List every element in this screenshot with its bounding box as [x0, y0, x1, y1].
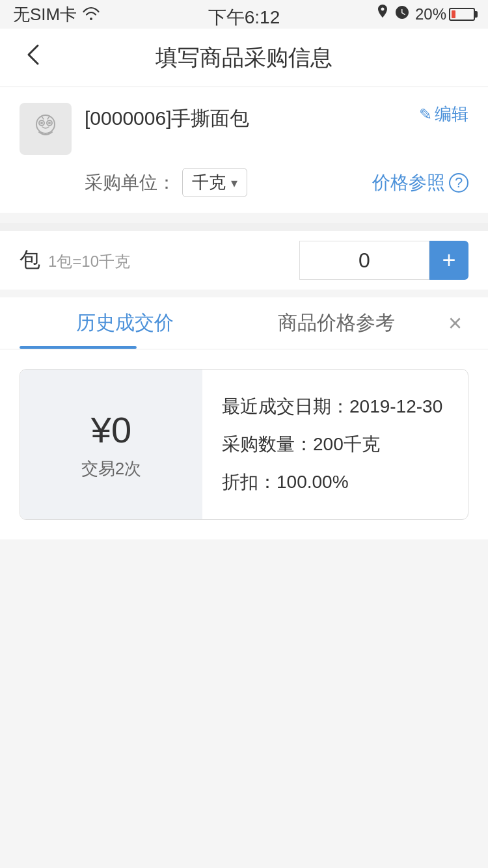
tab-bar: 历史成交价 商品价格参考 × — [0, 297, 488, 349]
quantity-plus-button[interactable]: + — [429, 241, 468, 280]
help-icon: ? — [449, 173, 468, 193]
alarm-icon — [394, 5, 410, 24]
edit-button[interactable]: ✎ 编辑 — [419, 103, 468, 126]
currency-symbol: ¥ — [91, 409, 111, 450]
product-info: [0000006]手撕面包 — [20, 103, 249, 155]
discount-row: 折扣：100.00% — [222, 468, 448, 496]
tab-close-button[interactable]: × — [442, 303, 468, 344]
history-content: ¥0 交易2次 最近成交日期：2019-12-30 采购数量：200千克 折扣：… — [0, 349, 488, 539]
section-divider — [0, 223, 488, 231]
battery-icon — [449, 8, 475, 21]
price-ref-label: 价格参照 — [372, 170, 445, 195]
page-title: 填写商品采购信息 — [156, 43, 332, 73]
quantity-controls: + — [299, 241, 468, 280]
back-button[interactable] — [20, 36, 47, 79]
purchase-qty-row: 采购数量：200千克 — [222, 431, 448, 458]
price-card: ¥0 交易2次 最近成交日期：2019-12-30 采购数量：200千克 折扣：… — [20, 369, 468, 520]
quantity-unit: 包 — [20, 246, 40, 275]
price-amount: ¥0 — [91, 409, 131, 451]
main-background — [0, 539, 488, 865]
recent-date-value: 2019-12-30 — [349, 396, 442, 416]
status-left: 无SIM卡 — [13, 3, 100, 26]
quantity-row: 包 1包=10千克 + — [0, 231, 488, 290]
svg-point-3 — [40, 122, 43, 124]
tab-price-reference[interactable]: 商品价格参考 — [230, 297, 441, 349]
tab-history-price[interactable]: 历史成交价 — [20, 297, 230, 349]
product-card: [0000006]手撕面包 ✎ 编辑 采购单位： 千克 ▾ 价格参照 ? — [0, 87, 488, 213]
nav-bar: 填写商品采购信息 — [0, 29, 488, 87]
wifi-icon — [82, 5, 100, 25]
quantity-label: 包 1包=10千克 — [20, 246, 130, 275]
edit-icon: ✎ — [419, 105, 432, 124]
product-image-placeholder — [29, 110, 62, 148]
price-value: 0 — [111, 409, 131, 450]
bottom-panel: 历史成交价 商品价格参考 × ¥0 交易2次 最近成交日期：2019-12-30… — [0, 297, 488, 539]
price-left-panel: ¥0 交易2次 — [20, 370, 202, 519]
discount-value: 100.00% — [277, 472, 349, 492]
battery-indicator: 20% — [415, 5, 475, 23]
product-thumbnail — [20, 103, 72, 155]
quantity-ratio: 1包=10千克 — [48, 251, 130, 272]
tab-active-underline — [20, 346, 137, 349]
location-icon — [376, 5, 389, 24]
purchase-qty-value: 200千克 — [313, 434, 380, 454]
tab-history-label: 历史成交价 — [76, 310, 174, 336]
tab-ref-label: 商品价格参考 — [278, 310, 395, 336]
svg-point-4 — [48, 122, 51, 124]
transaction-count: 交易2次 — [81, 457, 141, 480]
purchase-qty-label: 采购数量： — [222, 434, 313, 454]
unit-selector[interactable]: 千克 ▾ — [182, 168, 247, 197]
battery-fill — [452, 10, 455, 18]
status-time: 下午6:12 — [208, 5, 280, 30]
discount-label: 折扣： — [222, 472, 277, 492]
price-right-panel: 最近成交日期：2019-12-30 采购数量：200千克 折扣：100.00% — [202, 370, 468, 519]
quantity-input[interactable] — [299, 241, 429, 280]
edit-label: 编辑 — [435, 103, 468, 126]
unit-value: 千克 — [192, 171, 226, 194]
unit-arrow-icon: ▾ — [231, 175, 237, 191]
status-bar: 无SIM卡 下午6:12 20% — [0, 0, 488, 29]
unit-row: 采购单位： 千克 ▾ 价格参照 ? — [20, 168, 468, 197]
recent-date-label: 最近成交日期： — [222, 396, 349, 416]
carrier-text: 无SIM卡 — [13, 3, 77, 26]
product-name: [0000006]手撕面包 — [85, 103, 249, 132]
product-header: [0000006]手撕面包 ✎ 编辑 — [20, 103, 468, 155]
unit-label: 采购单位： — [85, 170, 176, 195]
plus-icon: + — [442, 247, 455, 274]
price-reference-button[interactable]: 价格参照 ? — [372, 170, 468, 195]
recent-date-row: 最近成交日期：2019-12-30 — [222, 393, 448, 420]
battery-text: 20% — [415, 5, 446, 23]
status-right: 20% — [376, 5, 475, 24]
